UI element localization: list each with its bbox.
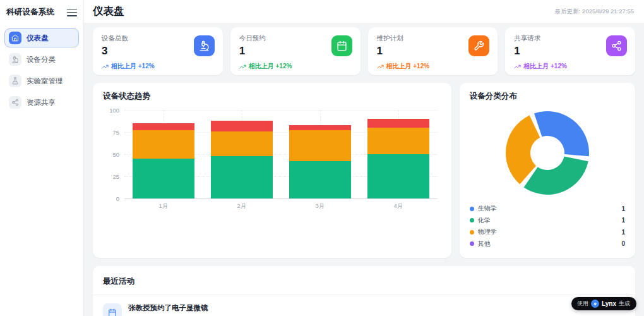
page-title: 仪表盘 <box>93 4 124 18</box>
legend-row-2: 化学1 <box>470 216 625 225</box>
y-axis-tick-label: 50 <box>103 151 119 158</box>
topbar: 仪表盘 最后更新: 2025/8/29 21:27:55 <box>84 0 644 23</box>
trend-up-icon <box>377 63 384 70</box>
y-axis-tick-label: 100 <box>103 107 119 114</box>
y-axis-tick-label: 75 <box>103 129 119 136</box>
stat-card-3: 维护计划1相比上月 +12% <box>368 27 498 75</box>
menu-toggle-icon[interactable] <box>67 8 77 17</box>
lynx-badge-prefix: 使用 <box>577 300 588 308</box>
stat-trend: 相比上月 +12% <box>377 62 489 71</box>
legend-dot <box>470 207 474 211</box>
bar-segment-series-red <box>367 119 429 128</box>
bar-chart-title: 设备状态趋势 <box>103 91 441 102</box>
microscope-icon <box>9 53 21 66</box>
share-icon <box>9 96 21 109</box>
bar-segment-series-green <box>133 159 194 198</box>
legend-value: 0 <box>621 240 625 247</box>
charts-row: 设备状态趋势 02550751001月2月3月4月 设备分类分布 生物学1化学1… <box>93 83 635 258</box>
main-area: 仪表盘 最后更新: 2025/8/29 21:27:55 设备总数3相比上月 +… <box>84 0 644 316</box>
donut-chart-title: 设备分类分布 <box>470 91 625 102</box>
x-axis-line <box>124 198 438 199</box>
trend-up-icon <box>514 63 521 70</box>
sidebar-item-2[interactable]: 设备分类 <box>4 50 79 69</box>
sidebar-brand: 科研设备系统 <box>0 0 83 23</box>
lynx-badge-suffix: 生成 <box>619 300 630 308</box>
sidebar-item-3[interactable]: 实验室管理 <box>4 71 79 90</box>
legend-label: 物理学 <box>478 228 497 236</box>
legend-row-4: 其他0 <box>470 240 625 248</box>
x-axis-tick-label: 2月 <box>226 202 258 210</box>
bar-segment-series-red <box>211 121 273 131</box>
wrench-icon <box>468 35 489 56</box>
home-icon <box>9 32 21 44</box>
sidebar-item-label: 实验室管理 <box>27 76 63 86</box>
stat-trend-text: 相比上月 +12% <box>386 62 430 71</box>
bar-group-4 <box>367 110 429 198</box>
legend-dot <box>470 241 474 246</box>
activity-item-1[interactable]: 张教授预约了电子显微镜10分钟前 <box>93 295 635 316</box>
stat-trend-text: 相比上月 +12% <box>523 62 567 71</box>
stat-card-1: 设备总数3相比上月 +12% <box>93 27 223 75</box>
legend-dot <box>470 218 474 222</box>
sidebar-item-label: 设备分类 <box>27 55 56 64</box>
recent-activity-title: 最近活动 <box>103 277 134 286</box>
content: 设备总数3相比上月 +12%今日预约1相比上月 +12%维护计划1相比上月 +1… <box>84 23 644 316</box>
last-updated-text: 最后更新: 2025/8/29 21:27:55 <box>555 8 634 16</box>
bar-segment-series-green <box>289 161 351 198</box>
legend-value: 1 <box>621 217 625 224</box>
legend-label: 化学 <box>478 216 491 225</box>
bar-chart-card: 设备状态趋势 02550751001月2月3月4月 <box>93 83 451 258</box>
stat-trend-text: 相比上月 +12% <box>111 62 155 71</box>
activity-list: 张教授预约了电子显微镜10分钟前 <box>93 295 635 316</box>
stat-trend: 相比上月 +12% <box>102 62 214 71</box>
stat-trend: 相比上月 +12% <box>239 62 352 71</box>
lynx-badge[interactable]: 使用 Lynx 生成 <box>571 297 636 310</box>
bar-chart: 02550751001月2月3月4月 <box>103 105 441 241</box>
app-title: 科研设备系统 <box>6 7 54 18</box>
bar-segment-series-red <box>289 125 351 130</box>
stat-card-4: 共享请求1相比上月 +12% <box>505 27 635 75</box>
x-axis-tick-label: 1月 <box>148 202 179 210</box>
y-axis-tick-label: 25 <box>103 173 119 180</box>
bar-group-2 <box>211 110 273 198</box>
trend-up-icon <box>102 63 109 70</box>
lynx-logo-icon <box>591 300 599 308</box>
recent-activity-header: 最近活动 <box>93 266 635 295</box>
calendar-icon <box>103 303 122 316</box>
sidebar-item-4[interactable]: 资源共享 <box>4 93 79 112</box>
trend-up-icon <box>239 63 246 70</box>
donut-chart <box>470 103 625 203</box>
stat-trend-text: 相比上月 +12% <box>249 62 292 71</box>
bar-segment-series-orange <box>367 128 429 154</box>
bar-group-3 <box>289 110 351 198</box>
stat-card-2: 今日预约1相比上月 +12% <box>230 27 361 75</box>
legend-label: 其他 <box>478 240 491 248</box>
legend-value: 1 <box>621 205 625 212</box>
donut-slice-1 <box>534 111 589 156</box>
donut-legend: 生物学1化学1物理学1其他0 <box>470 204 625 248</box>
bar-segment-series-orange <box>211 131 273 156</box>
lynx-badge-brand: Lynx <box>602 300 616 307</box>
calendar-icon <box>331 35 352 56</box>
donut-chart-card: 设备分类分布 生物学1化学1物理学1其他0 <box>460 83 635 258</box>
donut-slice-2 <box>523 156 588 195</box>
legend-row-1: 生物学1 <box>470 204 625 213</box>
microscope-icon <box>194 35 215 56</box>
bar-group-1 <box>133 110 194 198</box>
bar-segment-series-orange <box>289 130 351 161</box>
sidebar-item-1[interactable]: 仪表盘 <box>4 28 79 47</box>
bar-segment-series-red <box>133 123 194 130</box>
x-axis-tick-label: 4月 <box>383 202 414 210</box>
stat-trend: 相比上月 +12% <box>514 62 626 71</box>
legend-value: 1 <box>621 229 625 236</box>
legend-dot <box>470 230 474 234</box>
bar-segment-series-green <box>367 154 429 198</box>
y-axis-tick-label: 0 <box>103 195 119 202</box>
recent-activity-card: 最近活动 张教授预约了电子显微镜10分钟前 <box>93 266 635 316</box>
bar-segment-series-orange <box>133 130 194 159</box>
sidebar-item-label: 仪表盘 <box>27 33 49 43</box>
legend-label: 生物学 <box>478 204 497 213</box>
activity-text: 张教授预约了电子显微镜 <box>128 303 208 313</box>
share-icon <box>606 35 627 56</box>
sidebar-item-label: 资源共享 <box>27 98 56 107</box>
